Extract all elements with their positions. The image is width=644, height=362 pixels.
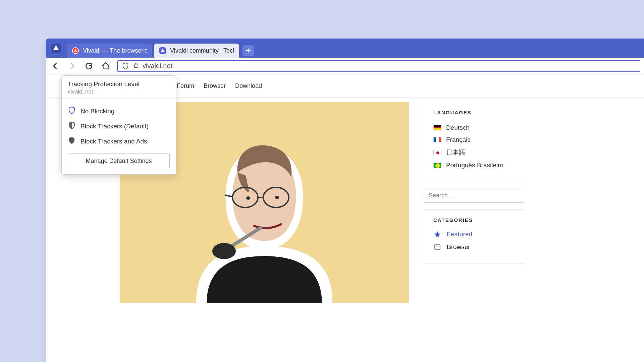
tab-vivaldi-site[interactable]: Vivaldi — The browser that	[67, 44, 152, 58]
shield-half-icon	[68, 121, 76, 131]
tab-vivaldi-community[interactable]: Vivaldi community | Tech fo	[154, 44, 239, 58]
tracking-shield-icon[interactable]	[121, 62, 130, 70]
star-icon	[433, 230, 441, 238]
browser-window: Vivaldi — The browser that Vivaldi commu…	[46, 39, 644, 362]
option-block-trackers[interactable]: Block Trackers (Default)	[68, 119, 170, 134]
svg-point-12	[212, 243, 236, 259]
tab-label: Vivaldi community | Tech fo	[170, 47, 234, 54]
languages-box: LANGUAGES Deutsch Français 日本語 Português…	[424, 102, 524, 181]
category-browser[interactable]: Browser	[433, 243, 524, 251]
flag-br-icon	[433, 163, 441, 168]
shield-full-icon	[68, 136, 76, 146]
new-tab-button[interactable]	[243, 45, 254, 56]
reload-button[interactable]	[84, 61, 94, 71]
manage-default-settings-button[interactable]: Manage Default Settings	[68, 154, 170, 168]
forward-button[interactable]	[67, 61, 77, 71]
categories-box: CATEGORIES Featured Browser	[424, 209, 524, 263]
flag-de-icon	[433, 125, 441, 130]
popup-host: vivaldi.net	[68, 88, 170, 95]
portrait-illustration-icon	[170, 125, 358, 303]
flag-jp-icon	[433, 150, 441, 155]
blog-search-input[interactable]	[424, 188, 524, 203]
svg-point-9	[246, 196, 250, 200]
vivaldi-app-icon[interactable]	[49, 41, 63, 56]
nav-browser[interactable]: Browser	[204, 82, 226, 89]
option-block-trackers-ads[interactable]: Block Trackers and Ads	[68, 134, 170, 149]
flag-fr-icon	[433, 137, 441, 142]
languages-title: LANGUAGES	[433, 110, 524, 115]
language-francais[interactable]: Français	[433, 136, 524, 143]
lock-icon	[133, 62, 139, 70]
categories-title: CATEGORIES	[433, 217, 524, 223]
option-no-blocking[interactable]: No Blocking	[68, 104, 170, 119]
svg-rect-4	[135, 65, 138, 67]
back-button[interactable]	[50, 61, 61, 71]
url-text: vivaldi.net	[143, 62, 172, 70]
language-japanese[interactable]: 日本語	[433, 148, 524, 157]
nav-download[interactable]: Download	[235, 82, 262, 89]
shield-outline-icon	[68, 106, 76, 116]
language-portuguese-br[interactable]: Português Brasileiro	[433, 162, 524, 169]
svg-rect-13	[435, 245, 440, 250]
vivaldi-favicon-icon	[159, 47, 167, 55]
page-sidebar: LANGUAGES Deutsch Français 日本語 Português…	[424, 102, 524, 303]
vivaldi-favicon-icon	[71, 47, 79, 55]
tab-label: Vivaldi — The browser that	[83, 47, 147, 54]
tracking-protection-popup: Tracking Protection Level vivaldi.net No…	[61, 75, 176, 175]
svg-point-10	[275, 196, 279, 199]
popup-title: Tracking Protection Level	[68, 80, 170, 88]
category-featured[interactable]: Featured	[433, 230, 524, 238]
window-icon	[433, 243, 441, 251]
nav-forum[interactable]: Forum	[177, 82, 194, 89]
tab-strip: Vivaldi — The browser that Vivaldi commu…	[46, 39, 644, 58]
address-bar[interactable]: vivaldi.net	[117, 60, 640, 72]
language-deutsch[interactable]: Deutsch	[433, 124, 524, 131]
home-button[interactable]	[100, 61, 111, 71]
toolbar: vivaldi.net	[46, 58, 644, 74]
